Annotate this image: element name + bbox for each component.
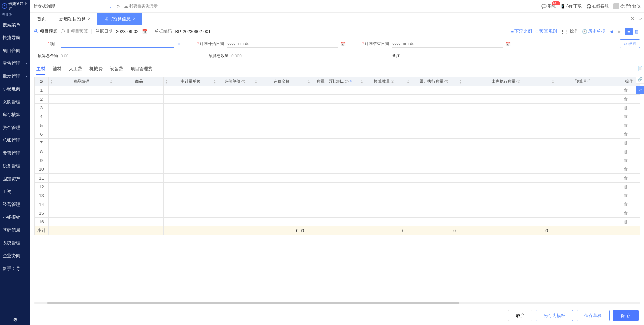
table-cell[interactable]	[48, 209, 108, 218]
table-cell[interactable]	[359, 165, 405, 174]
table-cell[interactable]	[405, 139, 458, 147]
table-cell[interactable]	[163, 156, 212, 165]
next-doc-button[interactable]: ▶	[617, 29, 622, 34]
table-cell[interactable]	[405, 183, 458, 191]
table-cell[interactable]	[306, 147, 359, 156]
table-cell[interactable]	[359, 95, 405, 104]
trash-icon[interactable]: 🗑	[624, 88, 628, 93]
sort-icon[interactable]: ▲▼	[255, 79, 257, 84]
table-cell[interactable]	[48, 139, 108, 147]
table-cell[interactable]	[212, 95, 253, 104]
table-cell[interactable]	[108, 95, 164, 104]
subtab-5[interactable]: 项目管理费	[131, 64, 152, 75]
table-cell[interactable]	[306, 174, 359, 183]
subtab-4[interactable]: 设备费	[110, 64, 123, 75]
table-row[interactable]: 11🗑	[35, 174, 640, 183]
table-cell[interactable]	[458, 165, 550, 174]
sidebar-item-4[interactable]: 批发管理▾	[0, 70, 30, 83]
account-selector[interactable]: 徐老板勿删! ⌄	[34, 3, 112, 9]
table-cell[interactable]	[48, 147, 108, 156]
table-cell[interactable]	[405, 121, 458, 130]
table-cell[interactable]	[48, 121, 108, 130]
table-row[interactable]: 9🗑	[35, 156, 640, 165]
table-cell[interactable]	[212, 209, 253, 218]
table-cell[interactable]	[108, 209, 164, 218]
sidebar-item-13[interactable]: 工资	[0, 185, 30, 198]
table-cell[interactable]	[359, 191, 405, 200]
rail-attach-button[interactable]: 🔗	[636, 75, 644, 84]
table-cell[interactable]	[550, 112, 612, 121]
table-cell[interactable]	[359, 209, 405, 218]
table-cell[interactable]	[212, 104, 253, 112]
save-template-button[interactable]: 另存为模板	[536, 310, 573, 321]
user-menu[interactable]: 徐泽华修改	[613, 3, 641, 9]
table-cell[interactable]	[550, 218, 612, 226]
table-cell[interactable]	[458, 121, 550, 130]
table-cell[interactable]	[306, 218, 359, 226]
budget-rule-link[interactable]: ◇ 预算规则	[535, 28, 557, 34]
sort-icon[interactable]: ▲▼	[552, 79, 554, 84]
table-row[interactable]: 7🗑	[35, 139, 640, 147]
sort-icon[interactable]: ▲▼	[110, 79, 112, 84]
table-cell[interactable]	[253, 86, 306, 95]
table-row[interactable]: 15🗑	[35, 209, 640, 218]
table-cell[interactable]	[212, 174, 253, 183]
table-cell[interactable]	[458, 209, 550, 218]
table-cell[interactable]	[458, 183, 550, 191]
table-row[interactable]: 4🗑	[35, 112, 640, 121]
table-cell[interactable]	[405, 95, 458, 104]
table-cell[interactable]	[306, 139, 359, 147]
table-cell[interactable]	[108, 86, 164, 95]
subtab-0[interactable]: 主材	[36, 64, 45, 75]
table-cell[interactable]	[108, 156, 164, 165]
table-row[interactable]: 3🗑	[35, 104, 640, 112]
float-ratio-link[interactable]: ≡ 下浮比例	[511, 28, 532, 34]
table-cell[interactable]	[163, 112, 212, 121]
table-cell[interactable]	[550, 191, 612, 200]
table-cell[interactable]	[163, 191, 212, 200]
sort-icon[interactable]: ▲▼	[407, 79, 409, 84]
table-cell[interactable]	[108, 130, 164, 139]
help-icon[interactable]: ?	[241, 80, 245, 83]
table-cell[interactable]	[163, 209, 212, 218]
table-cell[interactable]	[550, 104, 612, 112]
subtab-1[interactable]: 辅材	[53, 64, 61, 75]
table-row[interactable]: 16🗑	[35, 218, 640, 226]
radio-nonproject-budget[interactable]: 非项目预算	[61, 28, 88, 34]
gear-icon[interactable]: ⚙	[116, 4, 120, 9]
table-cell[interactable]	[405, 165, 458, 174]
table-row[interactable]: 6🗑	[35, 130, 640, 139]
table-cell[interactable]	[359, 112, 405, 121]
sort-icon[interactable]: ▲▼	[361, 79, 363, 84]
table-cell[interactable]	[212, 218, 253, 226]
table-cell[interactable]	[108, 139, 164, 147]
table-cell[interactable]	[163, 139, 212, 147]
trash-icon[interactable]: 🗑	[624, 167, 628, 172]
table-cell[interactable]	[212, 165, 253, 174]
table-cell[interactable]	[212, 112, 253, 121]
trash-icon[interactable]: 🗑	[624, 175, 628, 181]
table-cell[interactable]	[212, 183, 253, 191]
table-cell[interactable]	[108, 121, 164, 130]
demo-link[interactable]: ☁ 我要看实例演示	[124, 3, 158, 9]
table-cell[interactable]	[212, 191, 253, 200]
table-cell[interactable]	[163, 165, 212, 174]
horizontal-scrollbar[interactable]	[34, 302, 640, 305]
plan-end-input[interactable]	[392, 40, 503, 48]
table-cell[interactable]	[306, 112, 359, 121]
table-row[interactable]: 14🗑	[35, 200, 640, 209]
table-cell[interactable]	[458, 156, 550, 165]
doc-date-value[interactable]: 2023-06-02	[116, 29, 139, 34]
rail-expand-button[interactable]: ⤢	[636, 86, 644, 94]
discard-button[interactable]: 放弃	[508, 310, 532, 321]
sidebar-item-12[interactable]: 固定资产	[0, 172, 30, 185]
table-cell[interactable]	[458, 139, 550, 147]
table-cell[interactable]	[163, 95, 212, 104]
plan-start-input[interactable]	[227, 40, 338, 48]
calendar-icon[interactable]: 📅	[341, 42, 346, 46]
trash-icon[interactable]: 🗑	[624, 97, 628, 102]
table-cell[interactable]	[405, 209, 458, 218]
trash-icon[interactable]: 🗑	[624, 123, 628, 128]
calendar-icon[interactable]: 📅	[506, 42, 511, 46]
sidebar-item-16[interactable]: 基础信息	[0, 224, 30, 237]
